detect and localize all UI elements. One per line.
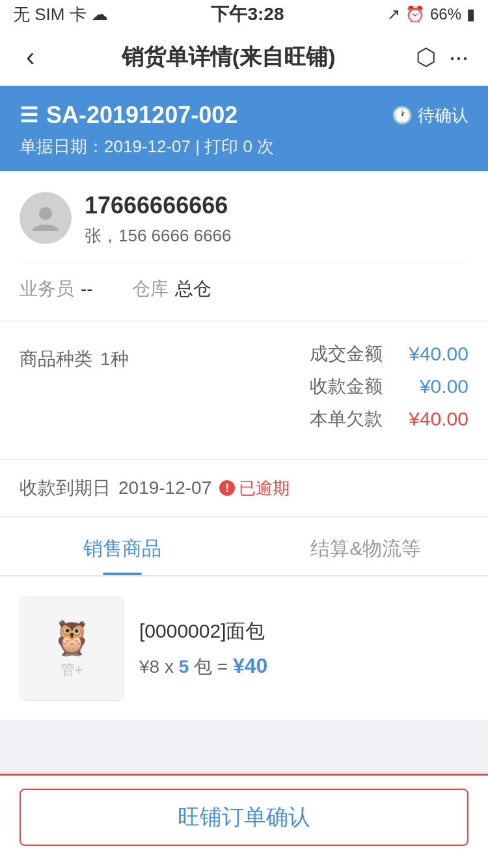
tab-settlement[interactable]: 结算&物流等 [244,517,488,575]
battery-icon: ▮ [467,5,475,23]
confirm-order-button[interactable]: 旺铺订单确认 [20,789,468,846]
order-id: SA-20191207-002 [46,102,237,129]
svg-point-0 [39,207,52,220]
page-title: 销货单详情(来自旺铺) [122,42,336,72]
product-item: 🦉 管+ [0000002]面包 ¥8 x 5 包 = ¥40 [20,597,468,701]
salesperson-item: 业务员 -- [20,277,93,301]
sim-status: 无 SIM 卡 ☁ [13,3,108,26]
overdue-badge: ! 已逾期 [219,477,290,500]
balance-label: 本单欠款 [310,407,383,431]
order-meta: 单据日期：2019-12-07 | 打印 0 次 [20,135,468,158]
product-multiply: x [165,657,179,677]
order-status-badge: 🕐 待确认 [392,104,468,127]
product-owl-icon: 🦉 [51,618,93,658]
warehouse-label: 仓库 [132,277,169,301]
order-id-container: ☰ SA-20191207-002 [20,102,237,129]
location-icon: ↗ [387,5,400,23]
order-header: ☰ SA-20191207-002 🕐 待确认 单据日期：2019-12-07 … [0,86,488,171]
payment-row: 收款金额 ¥0.00 [310,374,468,399]
summary-section: 商品种类 1种 成交金额 ¥40.00 收款金额 ¥0.00 本单欠款 ¥40.… [0,322,488,459]
balance-value: ¥40.00 [409,408,468,430]
status-bar: 无 SIM 卡 ☁ 下午3:28 ↗ ⏰ 66% ▮ [0,0,488,29]
customer-section: 17666666666 张，156 6666 6666 业务员 -- 仓库 总仓 [0,172,488,321]
product-price-row: ¥8 x 5 包 = ¥40 [139,654,468,679]
product-thumbnail: 🦉 管+ [20,597,124,701]
order-icon: ☰ [20,103,38,128]
product-quantity: 5 [179,657,189,677]
share-icon[interactable]: ⬡ [416,44,436,71]
overdue-text: 已逾期 [239,477,290,500]
product-total: ¥40 [233,654,267,677]
nav-actions: ⬡ ··· [416,44,468,71]
due-date-label: 收款到期日 [20,476,111,500]
due-date-section: 收款到期日 2019-12-07 ! 已逾期 [0,460,488,516]
battery-level: 66% [430,5,461,23]
customer-avatar [20,192,72,244]
order-status-text: 待确认 [418,104,468,127]
status-left: 无 SIM 卡 ☁ [13,3,108,26]
product-thumb-inner: 🦉 管+ [51,618,93,680]
overdue-dot-icon: ! [219,480,235,496]
more-icon[interactable]: ··· [449,44,468,71]
warehouse-item: 仓库 总仓 [132,277,211,301]
salesperson-value: -- [81,278,93,299]
deal-amount-value: ¥40.00 [409,343,468,365]
product-section: 🦉 管+ [0000002]面包 ¥8 x 5 包 = ¥40 [0,577,488,720]
product-unit: 包 [194,657,212,677]
payment-value: ¥0.00 [420,375,468,398]
tabs-row: 销售商品 结算&物流等 [0,517,488,576]
payment-label: 收款金额 [310,374,383,399]
alarm-icon: ⏰ [405,5,425,23]
deal-amount-row: 成交金额 ¥40.00 [310,342,468,366]
deal-amount-label: 成交金额 [310,342,383,366]
product-equals: = [217,657,233,677]
bottom-bar: 旺铺订单确认 [0,774,488,868]
status-time: 下午3:28 [211,2,284,27]
status-right: ↗ ⏰ 66% ▮ [387,5,475,23]
salesperson-label: 业务员 [20,277,74,301]
customer-info: 17666666666 张，156 6666 6666 [85,192,468,247]
nav-bar: ‹ 销货单详情(来自旺铺) ⬡ ··· [0,29,488,86]
product-types-value: 1种 [100,347,129,372]
due-date-value: 2019-12-07 [118,478,211,498]
product-unit-price: ¥8 [139,657,159,677]
tab-sales-product[interactable]: 销售商品 [0,517,244,575]
customer-extra-info: 业务员 -- 仓库 总仓 [20,277,468,301]
product-name: [0000002]面包 [139,618,468,645]
back-button[interactable]: ‹ [20,36,41,78]
divider [20,263,468,264]
status-clock-icon: 🕐 [392,105,413,126]
product-types-label: 商品种类 [20,347,92,372]
financial-summary: 成交金额 ¥40.00 收款金额 ¥0.00 本单欠款 ¥40.00 [310,342,468,439]
product-types: 商品种类 1种 [20,342,129,372]
warehouse-value: 总仓 [175,277,211,301]
customer-phone: 17666666666 [85,192,468,219]
customer-name: 张，156 6666 6666 [85,224,468,247]
product-details: [0000002]面包 ¥8 x 5 包 = ¥40 [139,618,468,679]
product-plus-icon: 管+ [61,660,83,680]
tabs-section: 销售商品 结算&物流等 [0,517,488,576]
balance-row: 本单欠款 ¥40.00 [310,407,468,431]
